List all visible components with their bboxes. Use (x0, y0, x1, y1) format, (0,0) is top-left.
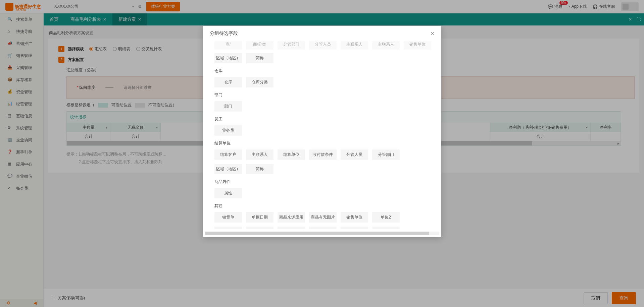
field-section-title: 仓库 (214, 68, 430, 74)
field-chip[interactable]: 单据日期 (246, 212, 274, 223)
field-chip[interactable]: 分管部门 (372, 149, 400, 160)
field-section-title: 其它 (214, 203, 430, 209)
field-chip[interactable]: 简称 (246, 164, 274, 174)
field-chip[interactable]: 商/分类 (246, 41, 274, 50)
field-chip[interactable]: 收付款条件 (309, 149, 337, 160)
field-chip[interactable]: 主计量 (214, 227, 242, 229)
field-chip[interactable]: 销货单 (214, 212, 242, 223)
field-chip[interactable]: 主联系人 (246, 149, 274, 160)
field-chip[interactable]: 结算客户 (214, 149, 242, 160)
field-section-title: 商品属性 (214, 179, 430, 185)
close-icon[interactable]: ✕ (431, 31, 435, 36)
misc-top-chips: 区域（地区）简称 (214, 53, 430, 63)
field-chip[interactable]: 业务员 (214, 125, 242, 136)
field-chip[interactable]: 分管人员 (341, 149, 368, 160)
prev-section-chips: 商/商/分类分管部门分管人员主联系人主联系人销售单位 (214, 41, 430, 50)
field-chip-group: 销货单单据日期商品来源应用商品有无图片销售单位单位2主计量制单人审核人出库人预计… (214, 212, 430, 229)
field-chip-group: 结算客户主联系人结算单位收付款条件分管人员分管部门区域（地区）简称 (214, 149, 430, 174)
field-section-title: 结算单位 (214, 140, 430, 146)
field-chip[interactable]: 仓库分类 (246, 77, 274, 87)
field-chip[interactable]: 主联系人 (372, 41, 400, 50)
field-chip[interactable]: 预计交货日期 (341, 227, 368, 229)
field-chip[interactable]: 销售单位 (341, 212, 368, 223)
field-chip-group: 仓库仓库分类 (214, 77, 430, 87)
field-chip[interactable]: 审核人 (278, 227, 305, 229)
field-chip[interactable]: 分管人员 (309, 41, 337, 50)
field-chip[interactable]: 制单人 (246, 227, 274, 229)
field-section-title: 员工 (214, 116, 430, 122)
field-chip[interactable]: 属性 (214, 188, 242, 198)
field-chip[interactable]: 主联系人 (341, 41, 368, 50)
field-chip[interactable]: 赠品 (372, 227, 400, 229)
field-chip[interactable]: 仓库 (214, 77, 242, 87)
field-chip[interactable]: 分管部门 (278, 41, 305, 50)
scroll-thumb[interactable] (205, 232, 429, 235)
field-chip[interactable]: 区域（地区） (214, 53, 242, 63)
field-chip[interactable]: 单位2 (372, 212, 400, 223)
field-chip[interactable]: 商品有无图片 (309, 212, 337, 223)
field-chip[interactable]: 结算单位 (278, 149, 305, 160)
modal-header: 分组待选字段 ✕ (203, 26, 441, 41)
field-chip-group: 属性 (214, 188, 430, 198)
field-section-title: 部门 (214, 92, 430, 98)
field-chip[interactable]: 区域（地区） (214, 164, 242, 174)
field-chip[interactable]: 简称 (246, 53, 274, 63)
modal-title: 分组待选字段 (210, 30, 238, 37)
modal-body: 商/商/分类分管部门分管人员主联系人主联系人销售单位 区域（地区）简称 仓库仓库… (203, 41, 441, 229)
modal-horizontal-scrollbar[interactable] (205, 232, 439, 235)
field-chip[interactable]: 出库人 (309, 227, 337, 229)
field-chip-group: 部门 (214, 101, 430, 112)
field-chip[interactable]: 商品来源应用 (278, 212, 305, 223)
field-chip-group: 业务员 (214, 125, 430, 136)
field-chip[interactable]: 销售单位 (404, 41, 431, 50)
field-chip[interactable]: 部门 (214, 101, 242, 112)
field-chip[interactable]: 商/ (214, 41, 242, 50)
field-picker-modal: 分组待选字段 ✕ 商/商/分类分管部门分管人员主联系人主联系人销售单位 区域（地… (203, 26, 441, 237)
